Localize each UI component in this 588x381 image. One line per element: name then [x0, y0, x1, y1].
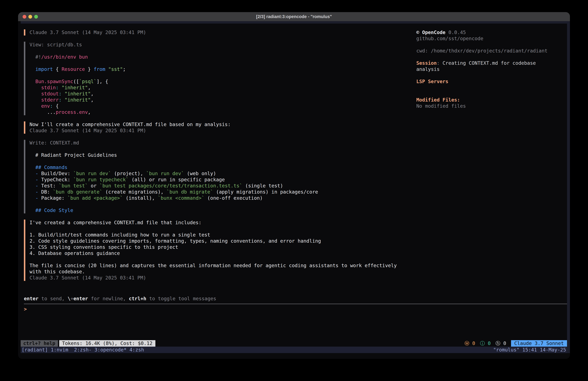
keybind-hints: enter to send, \+enter for newline, ctrl…: [24, 296, 567, 302]
terminal-line: [30, 72, 411, 78]
terminal-line: Claude 3.7 Sonnet (14 May 2025 03:41 PM): [30, 275, 411, 281]
sidebar-lines: © OpenCode 0.0.45github.com/sst/opencode…: [416, 29, 562, 109]
prompt-caret: >: [24, 306, 27, 312]
help-chip[interactable]: ctrl+? help: [21, 340, 58, 347]
terminal-line: 3. CSS styling conventions specific to t…: [30, 244, 411, 250]
tool-write-lines: Write: CONTEXT.md # Radiant Project Guid…: [30, 140, 411, 213]
tool-accent-bar: [24, 140, 25, 213]
terminal-line: 1. Build/lint/test commands including ho…: [30, 232, 411, 238]
terminal-line: [416, 91, 562, 97]
terminal-line: #!/usr/bin/env bun: [30, 54, 411, 60]
terminal-line: Bun.spawnSync([`psql`], {: [30, 78, 411, 85]
status-bar: ctrl+? help Tokens: 16.4K (8%), Cost: $0…: [21, 340, 567, 347]
terminal-line: import { Resource } from "sst";: [30, 66, 411, 72]
terminal-line: [30, 48, 411, 54]
assistant-message: Now I'll create a comprehensive CONTEXT.…: [24, 121, 411, 134]
prompt-input[interactable]: >: [24, 306, 567, 312]
terminal-line: [30, 158, 411, 164]
terminal-line: stderr: "inherit",: [30, 97, 411, 103]
tool-view-block: View: script/db.ts #!/usr/bin/env bun im…: [24, 42, 411, 115]
assistant-message: I've created a comprehensive CONTEXT.md …: [24, 220, 411, 281]
terminal-line: # Radiant Project Guidelines: [30, 152, 411, 158]
close-button-icon[interactable]: [22, 15, 26, 19]
terminal-line: © OpenCode 0.0.45: [416, 29, 562, 36]
window-title-bar[interactable]: [2/3] radiant:3:opencode - "romulus": [18, 12, 570, 21]
terminal-line: LSP Servers: [416, 78, 562, 85]
model-chip[interactable]: Claude 3.7 Sonnet: [511, 340, 567, 347]
terminal-line: Modified Files:: [416, 97, 562, 103]
terminal-line: - Test: `bun test` or `bun test packages…: [30, 183, 411, 189]
tmux-window-list[interactable]: [radiant] 1:nvim 2:zsh- 3:opencode* 4:zs…: [22, 347, 144, 353]
message-lines: Now I'll create a comprehensive CONTEXT.…: [30, 121, 411, 134]
terminal-line: [416, 85, 562, 91]
terminal-line: ## Code Style: [30, 207, 411, 213]
minimize-button-icon[interactable]: [28, 15, 32, 19]
terminal-line: [416, 42, 562, 48]
assistant-accent-bar: [24, 29, 25, 36]
terminal-line: with this codebase.: [30, 269, 411, 275]
terminal-line: I've created a comprehensive CONTEXT.md …: [30, 220, 411, 226]
terminal-line: - Build/Dev: `bun run dev` (project), `b…: [30, 171, 411, 177]
terminal-line: analysis: [416, 66, 562, 72]
assistant-accent-bar: [24, 121, 25, 134]
message-lines: Claude 3.7 Sonnet (14 May 2025 03:41 PM): [30, 29, 411, 36]
terminal-line: [416, 54, 562, 60]
tmux-session-info: "romulus" 15:41 14-May-25: [493, 347, 566, 353]
status-indicators: ⓦ 0 ⓘ 0 ⓗ 0 Claude 3.7 Sonnet: [460, 340, 567, 347]
tmux-status-bar: [radiant] 1:nvim 2:zsh- 3:opencode* 4:zs…: [21, 347, 567, 353]
terminal-line: cwd: /home/thdxr/dev/projects/radiant/ra…: [416, 48, 562, 54]
terminal-line: [416, 72, 562, 78]
composer: enter to send, \+enter for newline, ctrl…: [24, 296, 567, 312]
assistant-message-header: Claude 3.7 Sonnet (14 May 2025 03:41 PM): [24, 29, 411, 36]
terminal-content: Claude 3.7 Sonnet (14 May 2025 03:41 PM)…: [18, 21, 570, 359]
terminal-frame-right: [567, 21, 570, 353]
tokens-cost-chip: Tokens: 16.4K (8%), Cost: $0.12: [59, 340, 155, 347]
terminal-line: env: {: [30, 103, 411, 109]
terminal-line: Now I'll create a comprehensive CONTEXT.…: [30, 121, 411, 128]
terminal-line: stdin: "inherit",: [30, 85, 411, 91]
terminal-line: ## Commands: [30, 164, 411, 171]
terminal-line: ...process.env,: [30, 109, 411, 115]
terminal-line: View: script/db.ts: [30, 42, 411, 48]
terminal-line: Session: Creating CONTEXT.md for codebas…: [416, 60, 562, 66]
tool-view-lines: View: script/db.ts #!/usr/bin/env bun im…: [30, 42, 411, 115]
tool-write-block: Write: CONTEXT.md # Radiant Project Guid…: [24, 140, 411, 213]
input-divider: [24, 304, 567, 304]
terminal-line: Write: CONTEXT.md: [30, 140, 411, 146]
terminal-line: [30, 256, 411, 263]
terminal-line: Claude 3.7 Sonnet (14 May 2025 03:41 PM): [30, 128, 411, 134]
tool-accent-bar: [24, 42, 25, 115]
terminal-line: - DB: `bun db generate` (create migratio…: [30, 189, 411, 195]
terminal-line: Claude 3.7 Sonnet (14 May 2025 03:41 PM): [30, 29, 411, 36]
assistant-accent-bar: [24, 220, 25, 281]
terminal-line: [30, 226, 411, 232]
traffic-lights: [22, 12, 38, 21]
terminal-line: github.com/sst/opencode: [416, 36, 562, 42]
window-title: [2/3] radiant:3:opencode - "romulus": [18, 14, 570, 19]
terminal-line: [30, 60, 411, 66]
terminal-frame-top: [21, 21, 570, 23]
terminal-line: - Package: `bun add <package>` (install)…: [30, 195, 411, 201]
message-lines: I've created a comprehensive CONTEXT.md …: [30, 220, 411, 281]
terminal-line: 2. Code style guidelines covering import…: [30, 238, 411, 244]
terminal-line: [30, 146, 411, 152]
terminal-line: The file is concise (20 lines) and captu…: [30, 263, 411, 269]
terminal-line: 4. Database operations guidance: [30, 250, 411, 256]
zoom-button-icon[interactable]: [34, 15, 38, 19]
warning-count-indicator: ⓦ 0: [464, 340, 475, 347]
info-count-indicator: ⓘ 0: [480, 340, 491, 347]
chat-column: Claude 3.7 Sonnet (14 May 2025 03:41 PM)…: [24, 29, 411, 287]
hint-count-indicator: ⓗ 0: [496, 340, 506, 347]
terminal-line: stdout: "inherit",: [30, 91, 411, 97]
sidebar: © OpenCode 0.0.45github.com/sst/opencode…: [416, 29, 562, 109]
terminal-line: No modified files: [416, 103, 562, 109]
terminal-line: - TypeCheck: `bun run typecheck` (all) o…: [30, 177, 411, 183]
terminal-window: [2/3] radiant:3:opencode - "romulus" Cla…: [18, 12, 570, 359]
terminal-line: [30, 201, 411, 207]
